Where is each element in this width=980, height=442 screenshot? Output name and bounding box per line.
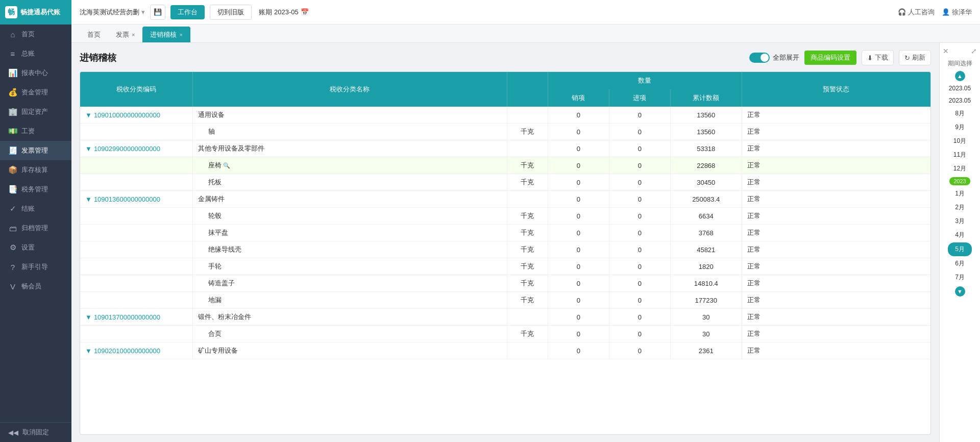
expand-panel-icon[interactable]: ⤢ bbox=[971, 47, 977, 55]
sidebar-item-label: 结账 bbox=[21, 204, 35, 213]
row-code: ▼109013700000000000 bbox=[80, 309, 192, 326]
download-button[interactable]: ⬇ 下载 bbox=[862, 50, 894, 65]
close-panel-icon[interactable]: ✕ bbox=[943, 47, 949, 55]
company-selector[interactable]: 沈海英测试经营勿删 ▾ bbox=[80, 8, 145, 17]
sidebar-item-member[interactable]: V 畅会员 bbox=[0, 277, 71, 296]
tab-invoice-close[interactable]: × bbox=[132, 32, 135, 38]
sidebar-item-salary[interactable]: 💵 工资 bbox=[0, 121, 71, 141]
sidebar-item-invoice[interactable]: 🧾 发票管理 bbox=[0, 141, 71, 160]
sidebar-item-settings[interactable]: ⚙ 设置 bbox=[0, 238, 71, 257]
tab-reconcile[interactable]: 进销稽核 × bbox=[142, 27, 190, 42]
period-item[interactable]: 2月 bbox=[945, 201, 975, 214]
sidebar-pin-button[interactable]: ◀◀ 取消固定 bbox=[0, 422, 71, 442]
tab-invoice[interactable]: 发票 × bbox=[108, 27, 142, 42]
period-item[interactable]: 10月 bbox=[945, 134, 975, 148]
period-item[interactable]: 2023.05 bbox=[945, 94, 975, 107]
sidebar-item-ledger[interactable]: ≡ 总账 bbox=[0, 44, 71, 63]
period-item[interactable]: 11月 bbox=[945, 148, 975, 162]
collapse-icon[interactable]: ▼ bbox=[85, 195, 92, 203]
user-menu[interactable]: 👤 徐泽华 bbox=[942, 8, 972, 17]
row-purchase: 0 bbox=[609, 191, 670, 208]
period-item[interactable]: 4月 bbox=[945, 228, 975, 242]
refresh-label: 刷新 bbox=[912, 53, 925, 62]
collapse-icon[interactable]: ▼ bbox=[85, 347, 92, 355]
row-sales: 0 bbox=[548, 208, 609, 225]
scroll-down-arrow[interactable]: ▼ bbox=[955, 286, 965, 297]
row-status: 正常 bbox=[742, 191, 930, 208]
right-panel-top: ✕ ⤢ 期间选择 ▲ bbox=[940, 47, 980, 82]
period-item[interactable]: 2023 bbox=[945, 176, 975, 187]
row-status: 正常 bbox=[742, 208, 930, 225]
col-header-warning: 预警状态 bbox=[742, 72, 930, 107]
period-item[interactable]: 5月 bbox=[948, 242, 972, 256]
row-total: 45821 bbox=[670, 241, 742, 258]
scroll-up-arrow[interactable]: ▲ bbox=[955, 71, 965, 81]
row-sales: 0 bbox=[548, 326, 609, 342]
help-button[interactable]: 🎧 人工咨询 bbox=[898, 8, 935, 17]
period-item[interactable]: 9月 bbox=[945, 120, 975, 134]
settings-icon: ⚙ bbox=[8, 243, 17, 252]
period-item[interactable]: 2023.05 bbox=[945, 82, 975, 94]
refresh-button[interactable]: ↻ 刷新 bbox=[899, 50, 931, 65]
period-item[interactable]: 1月 bbox=[945, 187, 975, 201]
tax-icon: 📑 bbox=[8, 185, 17, 194]
page-title: 进销稽核 bbox=[80, 52, 116, 64]
sidebar-item-settle[interactable]: ✓ 结账 bbox=[0, 199, 71, 218]
tab-bar: 首页 发票 × 进销稽核 × bbox=[71, 24, 980, 43]
settle-icon: ✓ bbox=[8, 204, 17, 213]
product-code-setting-button[interactable]: 商品编码设置 bbox=[804, 51, 856, 65]
period-item[interactable]: 6月 bbox=[945, 257, 975, 271]
period-item[interactable]: 8月 bbox=[945, 107, 975, 120]
period-item[interactable]: 3月 bbox=[945, 214, 975, 228]
tab-home[interactable]: 首页 bbox=[80, 27, 108, 42]
workspace-button[interactable]: 工作台 bbox=[170, 5, 205, 19]
sidebar-item-tax[interactable]: 📑 税务管理 bbox=[0, 180, 71, 199]
row-code: ▼109029900000000000 bbox=[80, 140, 192, 157]
sidebar-item-stock[interactable]: 📦 库存核算 bbox=[0, 160, 71, 180]
sidebar-item-asset[interactable]: 🏢 固定资产 bbox=[0, 102, 71, 121]
row-code bbox=[80, 241, 192, 258]
collapse-icon[interactable]: ▼ bbox=[85, 145, 92, 153]
row-unit: 千克 bbox=[507, 208, 548, 225]
row-status: 正常 bbox=[742, 225, 930, 241]
row-code: ▼109013600000000000 bbox=[80, 191, 192, 208]
toggle-switch[interactable] bbox=[749, 53, 770, 63]
row-name: 托板 bbox=[192, 174, 507, 191]
tab-reconcile-close[interactable]: × bbox=[179, 32, 182, 38]
row-unit: 千克 bbox=[507, 157, 548, 174]
sidebar-item-home[interactable]: ⌂ 首页 bbox=[0, 24, 71, 44]
period-list: 2023.052023.058月9月10月11月12月20231月2月3月4月5… bbox=[945, 82, 975, 284]
row-unit bbox=[507, 107, 548, 124]
archive-icon: 🗃 bbox=[8, 224, 17, 233]
row-status: 正常 bbox=[742, 275, 930, 292]
row-total: 177230 bbox=[670, 292, 742, 309]
refresh-icon: ↻ bbox=[904, 54, 910, 62]
row-code bbox=[80, 124, 192, 140]
sidebar-item-fund[interactable]: 💰 资金管理 bbox=[0, 83, 71, 102]
period-item[interactable]: 7月 bbox=[945, 271, 975, 284]
row-total: 13560 bbox=[670, 124, 742, 140]
stock-icon: 📦 bbox=[8, 165, 17, 175]
collapse-icon[interactable]: ▼ bbox=[85, 313, 92, 321]
collapse-icon[interactable]: ▼ bbox=[85, 111, 92, 119]
period-select-title: 期间选择 bbox=[948, 57, 972, 70]
expand-toggle[interactable]: 全部展开 bbox=[749, 53, 799, 63]
panel-nav-arrows: ▲ bbox=[955, 71, 965, 81]
row-code bbox=[80, 157, 192, 174]
col-header-sales: 销项 bbox=[548, 89, 609, 107]
row-sales: 0 bbox=[548, 107, 609, 124]
table-row: 抹平盘 千克 0 0 3768 正常 bbox=[80, 225, 930, 241]
row-name: 合页 bbox=[192, 326, 507, 342]
search-icon[interactable]: 🔍 bbox=[223, 162, 230, 168]
sidebar-item-archive[interactable]: 🗃 归档管理 bbox=[0, 218, 71, 238]
sidebar-bottom-label: 取消固定 bbox=[22, 428, 49, 437]
save-icon-button[interactable]: 💾 bbox=[150, 5, 165, 20]
row-total: 2361 bbox=[670, 342, 742, 359]
row-purchase: 0 bbox=[609, 258, 670, 275]
row-sales: 0 bbox=[548, 124, 609, 140]
period-item[interactable]: 12月 bbox=[945, 162, 975, 176]
sidebar-item-guide[interactable]: ? 新手引导 bbox=[0, 257, 71, 277]
tab-home-label: 首页 bbox=[87, 30, 101, 39]
switch-version-button[interactable]: 切到旧版 bbox=[210, 5, 252, 20]
sidebar-item-report[interactable]: 📊 报表中心 bbox=[0, 63, 71, 83]
